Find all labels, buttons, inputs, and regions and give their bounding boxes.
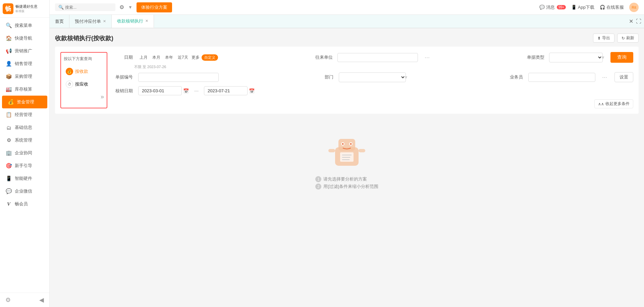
marketing-icon: 📢: [5, 48, 12, 54]
sidebar-item-label: 采购管理: [15, 73, 32, 80]
date-more[interactable]: 更多: [192, 55, 200, 60]
tab-home[interactable]: 首页: [50, 15, 69, 28]
topbar-right: 💬 消息 99+ 📱 App下载 🎧 在线客服 Rit: [539, 3, 639, 12]
empty-state: 1 请先选择要分析的方案 2 用[过滤]条件来缩小分析范围: [55, 134, 639, 191]
sidebar-item-label: 快捷导航: [15, 35, 32, 41]
sidebar-item-label: 搜索菜单: [15, 22, 32, 29]
collapse-more-button[interactable]: ∧∧ 收起更多条件: [594, 99, 633, 108]
date-last-month[interactable]: 上月: [138, 54, 149, 61]
page-actions: ⬆ 导出 ↻ 刷新: [593, 34, 639, 43]
page-content: 收款核销执行(按收款) ⬆ 导出 ↻ 刷新 按以下方案查询 💰 按收款: [50, 28, 644, 307]
industry-solution-button[interactable]: 体验行业方案: [137, 2, 172, 12]
sales-icon: 👤: [5, 61, 12, 67]
wechat-icon: 💬: [5, 188, 12, 194]
sidebar-item-basic-info[interactable]: 🗂 基础信息: [0, 121, 49, 134]
hint-2-number: 2: [315, 184, 321, 190]
query-button[interactable]: 查询: [610, 52, 633, 63]
export-button[interactable]: ⬆ 导出: [593, 34, 614, 43]
staff-label: 业务员: [506, 74, 523, 80]
hint-1-text: 请先选择要分析的方案: [323, 176, 367, 182]
user-avatar[interactable]: Rit: [629, 3, 639, 12]
sidebar-item-marketing[interactable]: 📢 营销推广: [0, 45, 49, 57]
topbar: 🔍 ⚙ ▼ 体验行业方案 💬 消息 99+ 📱 App下载 🎧 在线客服 Rit: [50, 0, 644, 15]
enterprise-icon: 🏢: [5, 150, 12, 156]
search-input[interactable]: [65, 5, 105, 10]
staff-input[interactable]: [528, 73, 595, 82]
message-label: 消息: [546, 4, 555, 10]
chevron-down-icon[interactable]: ▼: [128, 5, 132, 10]
tabbar-controls: ✕ ⛶: [626, 15, 644, 28]
date-last-7-days[interactable]: 近7天: [176, 54, 190, 61]
verify-date-end-input[interactable]: [204, 86, 248, 95]
online-service-button[interactable]: 🎧 在线客服: [600, 4, 624, 10]
counterpart-input[interactable]: [337, 53, 418, 62]
filter-row-3: 核销日期 📅 — 📅: [113, 86, 633, 95]
sidebar-item-member[interactable]: V 畅会员: [0, 198, 49, 210]
empty-illustration: [327, 134, 367, 171]
sidebar-item-quick-nav[interactable]: 🏠 快捷导航: [0, 32, 49, 45]
settings-gear-icon[interactable]: ⚙: [119, 4, 124, 10]
doc-type-select[interactable]: [549, 53, 603, 62]
sidebar-item-sales[interactable]: 👤 销售管理: [0, 57, 49, 70]
date-custom-badge[interactable]: 自定义: [202, 54, 218, 61]
message-button[interactable]: 💬 消息 99+: [539, 4, 566, 10]
app-download-button[interactable]: 📱 App下载: [571, 4, 594, 10]
date-range-separator: —: [194, 88, 199, 93]
sidebar-item-finance[interactable]: 💰 资金管理: [2, 96, 47, 108]
date-this-month[interactable]: 本月: [151, 54, 162, 61]
basic-info-icon: 🗂: [5, 125, 12, 131]
sidebar-item-guide[interactable]: 🎯 新手引导: [0, 159, 49, 172]
tab-collection-offset[interactable]: 收款核销执行 ✕: [112, 15, 154, 28]
topbar-search-box[interactable]: 🔍: [55, 3, 115, 11]
counterpart-dots-icon[interactable]: ···: [425, 54, 430, 61]
setting-button[interactable]: 设置: [614, 72, 633, 82]
date-this-year[interactable]: 本年: [164, 54, 174, 61]
sidebar-item-label: 销售管理: [15, 61, 32, 67]
sidebar-item-enterprise[interactable]: 🏢 企业协同: [0, 147, 49, 159]
verify-date-end-group: 📅: [204, 86, 255, 95]
refresh-button[interactable]: ↻ 刷新: [617, 34, 639, 43]
tab-collection-label: 收款核销执行: [117, 18, 143, 24]
verify-date-start-input[interactable]: [138, 86, 182, 95]
collapse-sidebar-icon[interactable]: ◀: [39, 296, 44, 304]
svg-rect-7: [359, 149, 365, 152]
by-receipt-label: 按收款: [75, 68, 88, 74]
home-icon: 🏠: [5, 35, 12, 41]
filter-option-by-receivable[interactable]: ⏱ 按应收: [64, 78, 104, 91]
close-tab-prepay-icon[interactable]: ✕: [103, 19, 106, 23]
filter-right: 日期 上月 本月 本年 近7天 更多 自定义 往来单位 ··· 单据类型: [113, 52, 633, 108]
calendar-start-icon[interactable]: 📅: [183, 88, 189, 94]
tabbar: 首页 预付冲应付单 ✕ 收款核销执行 ✕ ✕ ⛶: [50, 15, 644, 28]
main-area: 🔍 ⚙ ▼ 体验行业方案 💬 消息 99+ 📱 App下载 🎧 在线客服 Rit: [50, 0, 644, 307]
dept-select[interactable]: [339, 72, 406, 82]
verify-date-start-group: 📅: [138, 86, 189, 95]
logo-icon: 畅: [3, 3, 13, 14]
sidebar-item-inventory[interactable]: 🏭 库存核算: [0, 83, 49, 96]
counterpart-label: 往来单位: [315, 54, 332, 60]
guide-icon: 🎯: [5, 163, 12, 169]
close-tab-collection-icon[interactable]: ✕: [145, 19, 148, 23]
sidebar-item-hardware[interactable]: 📱 智能硬件: [0, 172, 49, 185]
sidebar-item-operation[interactable]: 📋 经营管理: [0, 108, 49, 121]
by-receipt-icon: 💰: [66, 68, 73, 75]
filter-row-1: 日期 上月 本月 本年 近7天 更多 自定义 往来单位 ··· 单据类型: [113, 52, 633, 63]
filter-option-by-receipt[interactable]: 💰 按收款: [64, 65, 104, 78]
collapse-filter-sidebar-icon[interactable]: »: [64, 93, 104, 100]
sidebar-item-wechat[interactable]: 💬 企业微信: [0, 185, 49, 198]
sidebar-menu: 🔍 搜索菜单 🏠 快捷导航 📢 营销推广 👤 销售管理 📦 采购管理 🏭 库存核…: [0, 18, 49, 293]
sidebar-item-purchase[interactable]: 📦 采购管理: [0, 70, 49, 83]
calendar-end-icon[interactable]: 📅: [249, 88, 255, 94]
sidebar-item-system[interactable]: ⚙ 系统管理: [0, 134, 49, 147]
date-shortcuts: 上月 本月 本年 近7天 更多 自定义: [138, 54, 218, 61]
staff-dots-icon[interactable]: ···: [602, 74, 607, 81]
doc-no-label: 单据编号: [113, 74, 133, 80]
tab-prepay-offset[interactable]: 预付冲应付单 ✕: [69, 15, 112, 28]
logo-badge: 标准版: [15, 9, 38, 13]
verify-date-label: 核销日期: [113, 88, 133, 94]
finance-icon: 💰: [7, 99, 14, 105]
doc-no-input[interactable]: [138, 73, 219, 82]
close-all-tabs-icon[interactable]: ✕: [629, 18, 633, 24]
expand-tabs-icon[interactable]: ⛶: [636, 18, 641, 24]
sidebar-item-search-menu[interactable]: 🔍 搜索菜单: [0, 19, 49, 32]
settings-footer-icon[interactable]: ⚙: [5, 296, 11, 304]
